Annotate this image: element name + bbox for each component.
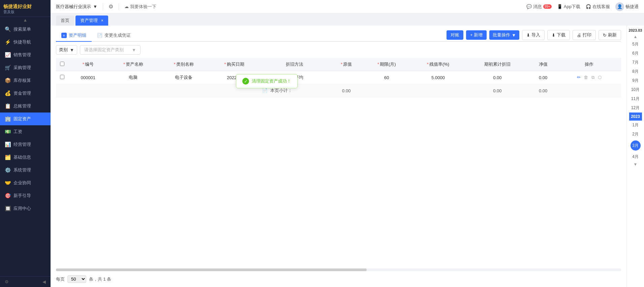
calendar-month-item[interactable]: 4月 — [629, 152, 642, 161]
sidebar-item-search[interactable]: 🔍搜索菜单 — [0, 23, 51, 36]
action-edit-icon[interactable]: ✏ — [577, 75, 581, 80]
sidebar-icon-sales: 📈 — [5, 52, 11, 58]
sidebar-item-inventory[interactable]: 📦库存核算 — [0, 74, 51, 87]
subtotal-label: 本页小计： — [270, 88, 292, 93]
th-initial-accumulated: 期初累计折旧 — [466, 58, 529, 71]
sidebar-item-guide[interactable]: 🎯新手引导 — [0, 189, 51, 202]
row-original-value — [330, 71, 363, 84]
right-panel-scroll-up[interactable]: ▲ — [627, 34, 644, 40]
sidebar-items: 🔍搜索菜单⚡快捷导航📈销售管理🛒采购管理📦库存核算💰资金管理📋总账管理🏢固定资产… — [0, 23, 51, 276]
app-icon: 📱 — [557, 4, 562, 9]
calendar-items: 5月6月7月8月9月10月11月12月20231月2月3月4月 — [629, 40, 642, 161]
sidebar-label-sales: 销售管理 — [13, 52, 31, 58]
sidebar-item-base[interactable]: 🗂️基础信息 — [0, 151, 51, 164]
header-settings-icon[interactable]: ⚙ — [109, 3, 113, 10]
row-select-checkbox[interactable] — [60, 75, 64, 79]
select-all-checkbox[interactable] — [60, 62, 64, 66]
settings-icon[interactable]: ⚙ — [5, 279, 9, 284]
calendar-month-item[interactable]: 12月 — [629, 103, 642, 113]
refresh-btn[interactable]: ↻ 刷新 — [599, 30, 621, 40]
filter-left: 类别 ▼ 请选择固定资产类别 ▼ — [56, 45, 141, 55]
sidebar-item-collab[interactable]: 🤝企业协同 — [0, 177, 51, 189]
tab-home[interactable]: 首页 — [56, 15, 74, 26]
sidebar-item-sales[interactable]: 📈销售管理 — [0, 49, 51, 61]
message-btn[interactable]: 💬 消息 99+ — [526, 4, 552, 10]
sidebar-item-quicknav[interactable]: ⚡快捷导航 — [0, 36, 51, 49]
download-label: 下载 — [557, 32, 565, 38]
sub-tab-asset-detail[interactable]: ≡ 资产明细 — [56, 30, 92, 42]
sidebar-label-ledger: 总账管理 — [13, 103, 31, 109]
sidebar-icon-purchase: 🛒 — [5, 65, 11, 71]
calendar-month-item[interactable]: 11月 — [629, 94, 642, 103]
company-selector[interactable]: 医疗器械行业演示 ▼ — [56, 4, 97, 10]
calendar-month-item[interactable]: 6月 — [629, 49, 642, 58]
calendar-month-item[interactable]: 8月 — [629, 67, 642, 76]
print-label: 打印 — [583, 32, 591, 38]
sidebar-icon-assets: 🏢 — [5, 116, 11, 122]
right-panel-year: 2023.03 — [628, 27, 643, 34]
sidebar-label-search: 搜索菜单 — [13, 26, 31, 32]
calendar-month-item[interactable]: 10月 — [629, 85, 642, 94]
sidebar-item-salary[interactable]: 💵工资 — [0, 125, 51, 138]
per-page-select[interactable]: 50 100 200 — [67, 275, 86, 283]
sub-tab-change-voucher[interactable]: 📄 变更生成凭证 — [92, 30, 136, 42]
download-btn[interactable]: ⬇ 下载 — [547, 30, 570, 40]
reconcile-btn[interactable]: 对账 — [447, 30, 463, 40]
content-area: ≡ 资产明细 📄 变更生成凭证 对账 + 新增 批量操作 — [51, 26, 644, 287]
sidebar-label-salary: 工资 — [13, 129, 22, 135]
sidebar-item-ops[interactable]: 📊经营管理 — [0, 138, 51, 151]
action-more-icon[interactable]: ⬡ — [598, 75, 602, 80]
online-service-btn[interactable]: 🎧 在线客服 — [586, 4, 610, 10]
calendar-month-item[interactable]: 9月 — [629, 76, 642, 85]
collapse-icon[interactable]: ◀ — [42, 279, 46, 284]
sidebar-label-apps: 应用中心 — [13, 205, 31, 212]
calendar-month-item[interactable]: 1月 — [629, 121, 642, 130]
sidebar-item-assets[interactable]: 🏢固定资产 — [0, 113, 51, 125]
tab-asset-mgmt[interactable]: 资产管理 × — [75, 15, 108, 26]
refresh-icon: ↻ — [603, 33, 607, 38]
th-code: *编号 — [68, 58, 108, 71]
sidebar-item-system[interactable]: ⚙️系统管理 — [0, 164, 51, 177]
calendar-year-label: 2023 — [629, 113, 642, 121]
change-voucher-icon: 📄 — [97, 33, 102, 38]
calendar-current-month[interactable]: 3月 — [629, 139, 642, 152]
sidebar-item-ledger[interactable]: 📋总账管理 — [0, 100, 51, 113]
app-download-btn[interactable]: 📱 App下载 — [557, 4, 580, 10]
import-btn[interactable]: ⬇ 导入 — [522, 30, 545, 40]
user-info[interactable]: 👤 畅捷通 — [615, 2, 639, 11]
sidebar-item-apps[interactable]: 🔲应用中心 — [0, 202, 51, 215]
action-copy-icon[interactable]: ⧉ — [591, 75, 594, 80]
action-delete-icon[interactable]: 🗑 — [584, 75, 588, 80]
print-btn[interactable]: 🖨 打印 — [573, 30, 596, 40]
asset-category-input[interactable]: 请选择固定资产类别 ▼ — [80, 45, 141, 55]
experience-btn[interactable]: ☁ 我要体验一下 — [124, 4, 156, 10]
sidebar-icon-apps: 🔲 — [5, 205, 11, 212]
calendar-month-item[interactable]: 2月 — [629, 130, 642, 139]
tab-close-icon[interactable]: × — [101, 18, 103, 23]
table-scrollbar[interactable] — [56, 268, 621, 271]
row-code: 000001 — [68, 71, 108, 84]
tabs-bar: 首页 资产管理 × — [51, 13, 644, 26]
message-badge: 99+ — [543, 4, 552, 9]
filter-bar: 类别 ▼ 请选择固定资产类别 ▼ — [56, 45, 621, 55]
calendar-month-item[interactable]: 5月 — [629, 40, 642, 49]
sidebar-item-purchase[interactable]: 🛒采购管理 — [0, 61, 51, 74]
asset-category-dropdown-icon: ▼ — [132, 47, 136, 53]
new-btn[interactable]: + 新增 — [466, 30, 487, 40]
th-residual-rate: *残值率(%) — [410, 58, 466, 71]
batch-btn[interactable]: 批量操作 ▼ — [489, 30, 519, 40]
sidebar-icon-collab: 🤝 — [5, 180, 11, 186]
row-actions: ✏ 🗑 ⧉ ⬡ — [557, 71, 621, 84]
calendar-month-item[interactable]: 7月 — [629, 58, 642, 67]
sidebar-scroll-up[interactable]: ▲ — [0, 17, 51, 23]
category-filter[interactable]: 类别 ▼ — [56, 45, 77, 55]
download-icon: ⬇ — [552, 33, 555, 38]
sidebar-label-inventory: 库存核算 — [13, 77, 31, 84]
subtotal-file-icon: 📄 — [262, 88, 268, 93]
app-download-label: App下载 — [564, 4, 580, 10]
sidebar-label-base: 基础信息 — [13, 154, 31, 160]
sidebar-item-funds[interactable]: 💰资金管理 — [0, 87, 51, 100]
right-panel-scroll-down[interactable]: ▼ — [627, 161, 644, 167]
asset-category-placeholder: 请选择固定资产类别 — [84, 47, 124, 53]
row-category: 电子设备 — [158, 71, 209, 84]
